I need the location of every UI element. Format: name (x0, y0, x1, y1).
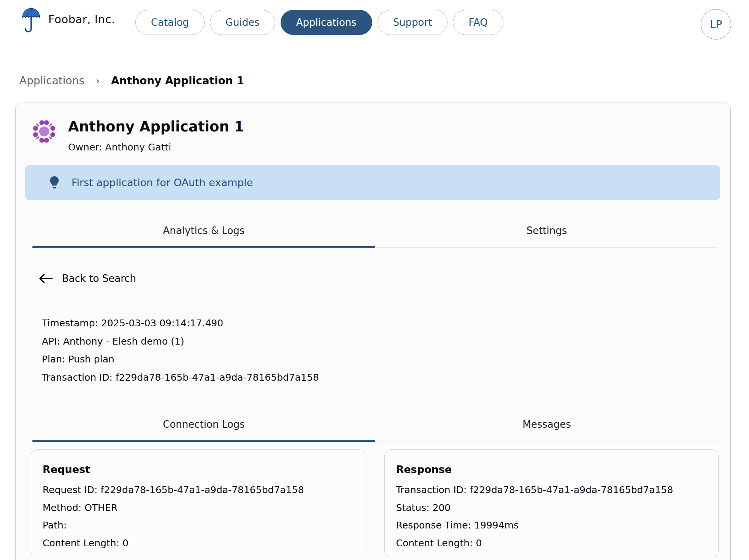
tab-connection-logs[interactable]: Connection Logs (32, 408, 375, 441)
log-timestamp: Timestamp: 2025-03-03 09:14:17.490 (42, 314, 319, 332)
tab-settings[interactable]: Settings (375, 214, 718, 248)
response-time: Response Time: 19994ms (396, 517, 707, 535)
application-avatar-icon (31, 118, 57, 145)
application-owner: Owner: Anthony Gatti (68, 142, 244, 153)
nav-catalog-button[interactable]: Catalog (135, 10, 205, 35)
umbrella-icon[interactable] (21, 8, 41, 36)
response-content-length: Content Length: 0 (396, 535, 707, 552)
application-description-banner: First application for OAuth example (25, 165, 720, 200)
request-path: Path: (43, 517, 354, 535)
primary-nav: Catalog Guides Applications Support FAQ (135, 10, 503, 35)
log-plan: Plan: Push plan (42, 350, 319, 369)
nav-support-button[interactable]: Support (378, 10, 448, 35)
response-panel: Response Transaction ID: f229da78-165b-4… (384, 449, 719, 557)
application-description: First application for OAuth example (71, 177, 253, 188)
nav-applications-button[interactable]: Applications (281, 10, 372, 35)
request-content-length: Content Length: 0 (43, 535, 354, 552)
user-avatar[interactable]: LP (701, 9, 731, 40)
log-metadata: Timestamp: 2025-03-03 09:14:17.490 API: … (42, 314, 319, 386)
back-to-search-link[interactable]: Back to Search (38, 270, 136, 287)
tab-messages[interactable]: Messages (375, 408, 718, 441)
request-panel-title: Request (43, 464, 354, 475)
lightbulb-icon (49, 176, 59, 190)
application-header: Anthony Application 1 Owner: Anthony Gat… (31, 118, 244, 153)
brand-name: Foobar, Inc. (48, 13, 115, 26)
application-card: Anthony Application 1 Owner: Anthony Gat… (15, 103, 731, 560)
request-panel: Request Request ID: f229da78-165b-47a1-a… (31, 449, 365, 557)
breadcrumb: Applications › Anthony Application 1 (19, 74, 244, 87)
left-arrow-icon (38, 273, 53, 284)
response-status: Status: 200 (396, 499, 707, 517)
secondary-tabs: Connection Logs Messages (32, 408, 718, 441)
nav-guides-button[interactable]: Guides (210, 10, 275, 35)
application-title: Anthony Application 1 (68, 118, 244, 136)
log-detail-panels: Request Request ID: f229da78-165b-47a1-a… (31, 449, 719, 557)
app-header-bar: Foobar, Inc. Catalog Guides Applications… (0, 0, 749, 45)
back-to-search-label: Back to Search (62, 273, 136, 284)
response-panel-title: Response (396, 464, 707, 475)
breadcrumb-applications-link[interactable]: Applications (19, 74, 84, 87)
primary-tabs: Analytics & Logs Settings (32, 214, 718, 248)
breadcrumb-separator-icon: › (96, 75, 100, 86)
log-api: API: Anthony - Elesh demo (1) (42, 332, 319, 351)
nav-faq-button[interactable]: FAQ (453, 10, 503, 35)
breadcrumb-current: Anthony Application 1 (111, 74, 244, 87)
request-id: Request ID: f229da78-165b-47a1-a9da-7816… (43, 481, 354, 499)
response-transaction-id: Transaction ID: f229da78-165b-47a1-a9da-… (396, 481, 707, 499)
request-method: Method: OTHER (43, 499, 354, 517)
log-transaction-id: Transaction ID: f229da78-165b-47a1-a9da-… (42, 369, 319, 387)
tab-analytics-logs[interactable]: Analytics & Logs (32, 214, 375, 248)
